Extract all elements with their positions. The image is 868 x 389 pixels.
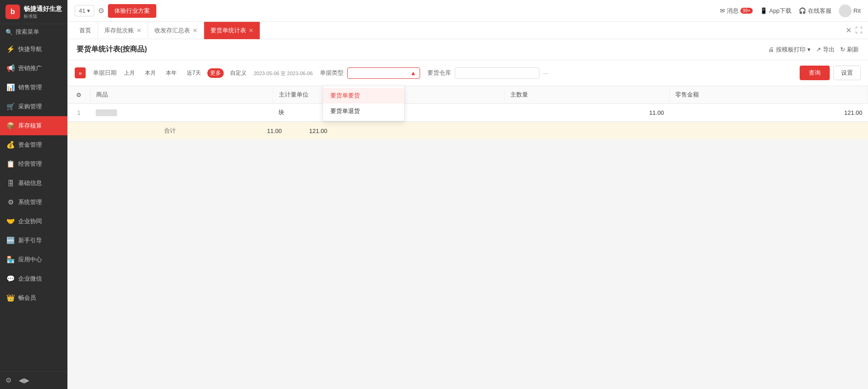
user-item[interactable]: Rit bbox=[839, 5, 861, 17]
sidebar-item-wechat[interactable]: 💬 企业微信 bbox=[0, 269, 67, 288]
tab-close-all-icon[interactable]: ✕ bbox=[846, 26, 852, 35]
wechat-icon: 💬 bbox=[6, 275, 15, 283]
tabs-right: ✕ ⛶ bbox=[846, 26, 863, 35]
dropdown-item-order-return[interactable]: 要货单退货 bbox=[323, 103, 404, 119]
tab-home[interactable]: 首页 bbox=[73, 22, 98, 39]
app-download-label: App下载 bbox=[769, 7, 791, 15]
sidebar-item-label: 营销推广 bbox=[18, 64, 42, 72]
sidebar-item-sales[interactable]: 📊 销售管理 bbox=[0, 78, 67, 97]
type-dropdown: 要货单要货 要货单退货 bbox=[323, 86, 405, 121]
cell-qty: 11.00 bbox=[505, 104, 670, 122]
sidebar-item-guide[interactable]: 🆕 新手引导 bbox=[0, 231, 67, 250]
industry-btn[interactable]: 体验行业方案 bbox=[108, 4, 156, 18]
date-btn-this-year[interactable]: 本年 bbox=[162, 68, 180, 78]
type-label: 单据类型 bbox=[320, 69, 344, 77]
sidebar-item-finance[interactable]: 💰 资金管理 bbox=[0, 135, 67, 154]
guide-icon: 🆕 bbox=[6, 236, 15, 245]
app-download-item[interactable]: 📱 App下载 bbox=[760, 7, 791, 15]
basic-icon: 🗄 bbox=[6, 179, 15, 187]
sidebar-search-label: 搜索菜单 bbox=[15, 28, 39, 36]
export-icon: ↗ bbox=[816, 46, 821, 53]
search-icon: 🔍 bbox=[5, 29, 13, 36]
date-btn-custom[interactable]: 自定义 bbox=[226, 68, 250, 78]
collapse-icon[interactable]: ◀▶ bbox=[19, 376, 30, 384]
sidebar-item-label: 基础信息 bbox=[18, 179, 42, 187]
inventory-icon: 📦 bbox=[6, 122, 15, 130]
sidebar: b 畅捷通好生意 标准版 🔍 搜索菜单 ⚡ 快捷导航 📢 营销推广 📊 销售管理… bbox=[0, 0, 67, 389]
settings-bottom-icon[interactable]: ⚙ bbox=[5, 376, 11, 384]
date-btn-last-month[interactable]: 上月 bbox=[120, 68, 139, 78]
sidebar-item-inventory[interactable]: 📦 库存核算 bbox=[0, 116, 67, 135]
date-btn-more[interactable]: 更多 bbox=[207, 68, 224, 78]
col-amount: 零售金额 bbox=[669, 86, 868, 104]
page-header: 要货单统计表(按商品) 🖨 按模板打印 ▾ ↗ 导出 ↻ 刷新 bbox=[67, 39, 868, 60]
user-name: Rit bbox=[853, 7, 861, 14]
sidebar-item-member[interactable]: 👑 畅会员 bbox=[0, 288, 67, 307]
dropdown-item-order-purchase[interactable]: 要货单要货 bbox=[323, 88, 404, 103]
messages-item[interactable]: ✉ 消息 99+ bbox=[720, 7, 753, 15]
sidebar-item-label: 经营管理 bbox=[18, 160, 42, 168]
tab-close-icon[interactable]: ✕ bbox=[249, 27, 253, 34]
table-header-row: ⚙ 商品 主计量单位 主数量 零售金额 bbox=[67, 86, 868, 104]
tab-order-summary[interactable]: 要货单统计表 ✕ bbox=[204, 22, 260, 39]
warehouse-label: 要货仓库 bbox=[427, 69, 451, 77]
export-btn[interactable]: ↗ 导出 bbox=[816, 46, 835, 54]
service-icon: 🎧 bbox=[799, 7, 806, 14]
topbar: 41 ▾ ⚙ 体验行业方案 ✉ 消息 99+ 📱 App下载 🎧 在线客服 R bbox=[67, 0, 868, 22]
sidebar-search[interactable]: 🔍 搜索菜单 bbox=[0, 24, 67, 40]
sidebar-item-basic[interactable]: 🗄 基础信息 bbox=[0, 174, 67, 193]
tab-inventory-batch[interactable]: 库存批次账 ✕ bbox=[98, 22, 148, 39]
sidebar-item-marketing[interactable]: 📢 营销推广 bbox=[0, 59, 67, 78]
filter-bar: » 单据日期 上月 本月 本年 近7天 更多 自定义 2023-05-06 至 … bbox=[67, 60, 868, 86]
sidebar-item-appstore[interactable]: 🏪 应用中心 bbox=[0, 250, 67, 269]
messages-badge: 99+ bbox=[740, 8, 753, 14]
sidebar-item-label: 企业微信 bbox=[18, 275, 42, 283]
cell-no: 1 bbox=[67, 104, 90, 122]
topbar-settings-icon[interactable]: ⚙ bbox=[98, 6, 104, 15]
refresh-btn[interactable]: ↻ 刷新 bbox=[840, 46, 859, 54]
sidebar-item-label: 资金管理 bbox=[18, 141, 42, 149]
warehouse-input[interactable] bbox=[455, 67, 539, 79]
tab-label: 要货单统计表 bbox=[211, 26, 246, 35]
sidebar-item-label: 畅会员 bbox=[18, 294, 36, 302]
marketing-icon: 📢 bbox=[6, 64, 15, 72]
sidebar-item-operations[interactable]: 📋 经营管理 bbox=[0, 154, 67, 174]
sidebar-item-purchase[interactable]: 🛒 采购管理 bbox=[0, 97, 67, 116]
tab-recv-summary[interactable]: 收发存汇总表 ✕ bbox=[148, 22, 204, 39]
query-btn[interactable]: 查询 bbox=[800, 66, 830, 80]
date-btn-this-month[interactable]: 本月 bbox=[141, 68, 159, 78]
tab-close-icon[interactable]: ✕ bbox=[193, 27, 197, 34]
date-range-text: 2023-05-06 至 2023-06-06 bbox=[254, 70, 313, 77]
sidebar-item-label: 销售管理 bbox=[18, 83, 42, 92]
filter-expand-btn[interactable]: » bbox=[75, 67, 86, 78]
online-service-label: 在线客服 bbox=[808, 7, 832, 15]
date-btn-7days[interactable]: 近7天 bbox=[183, 68, 205, 78]
sidebar-item-label: 企业协同 bbox=[18, 217, 42, 225]
member-icon: 👑 bbox=[6, 294, 15, 302]
print-template-btn[interactable]: 🖨 按模板打印 ▾ bbox=[768, 46, 811, 54]
settings-btn[interactable]: 设置 bbox=[833, 66, 861, 80]
company-value: 41 bbox=[79, 7, 85, 14]
type-select[interactable]: ▲ bbox=[347, 67, 420, 79]
sidebar-item-enterprise[interactable]: 🤝 企业协同 bbox=[0, 212, 67, 231]
type-select-chevron: ▲ bbox=[410, 70, 416, 77]
sidebar-item-label: 库存核算 bbox=[18, 122, 42, 130]
sidebar-bottom: ⚙ ◀▶ bbox=[0, 371, 67, 389]
main-content: 41 ▾ ⚙ 体验行业方案 ✉ 消息 99+ 📱 App下载 🎧 在线客服 R bbox=[67, 0, 868, 389]
filter-more-icon[interactable]: ··· bbox=[543, 70, 548, 77]
sidebar-item-label: 采购管理 bbox=[18, 102, 42, 111]
tab-close-icon[interactable]: ✕ bbox=[137, 27, 141, 34]
col-settings[interactable]: ⚙ bbox=[67, 86, 90, 104]
sidebar-item-system[interactable]: ⚙ 系统管理 bbox=[0, 193, 67, 212]
col-qty: 主数量 bbox=[505, 86, 670, 104]
online-service-item[interactable]: 🎧 在线客服 bbox=[799, 7, 832, 15]
date-shortcuts: 上月 本月 本年 近7天 更多 自定义 bbox=[120, 68, 250, 78]
tab-expand-icon[interactable]: ⛶ bbox=[855, 26, 863, 35]
chevron-down-icon: ▾ bbox=[807, 46, 811, 53]
topbar-left: 41 ▾ ⚙ 体验行业方案 bbox=[75, 4, 714, 18]
sidebar-item-quick-nav[interactable]: ⚡ 快捷导航 bbox=[0, 40, 67, 59]
table-footer: 合计 11.00 121.00 bbox=[67, 122, 868, 139]
company-selector[interactable]: 41 ▾ bbox=[75, 5, 94, 16]
sales-icon: 📊 bbox=[6, 83, 15, 92]
date-label: 单据日期 bbox=[93, 69, 117, 77]
